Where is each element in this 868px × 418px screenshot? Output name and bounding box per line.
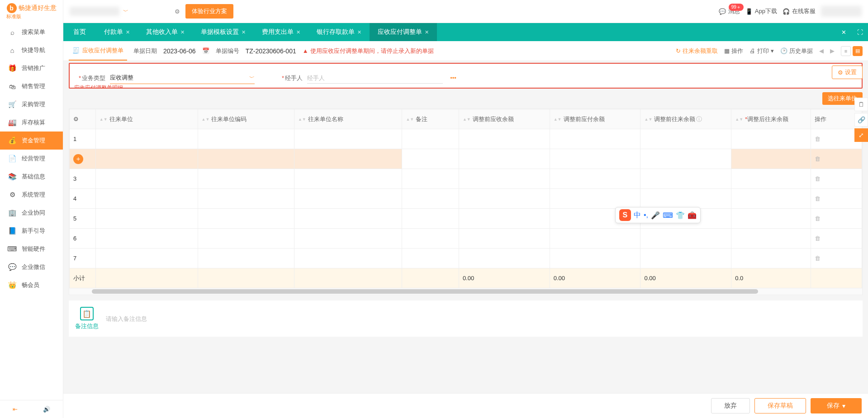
remark-input[interactable] (106, 315, 856, 322)
logo-icon: b (7, 3, 17, 13)
table-row[interactable]: 4🗑 (70, 189, 862, 209)
delete-icon[interactable]: 🗑 (815, 195, 821, 202)
company-selector[interactable]: ﹀ (70, 7, 169, 16)
ime-toolbox-icon[interactable]: 🧰 (688, 211, 697, 220)
tab-expense[interactable]: 费用支出单✕ (254, 23, 308, 41)
th-remark[interactable]: ▲▼备注 (402, 109, 459, 129)
sound-icon[interactable]: 🔊 (43, 406, 50, 413)
phone-icon: 📱 (745, 8, 753, 15)
delete-icon[interactable]: 🗑 (815, 136, 821, 142)
handler-input[interactable] (307, 73, 443, 84)
ime-punct-icon[interactable]: •, (644, 211, 648, 219)
table-row-active[interactable]: ＋🗑 (70, 149, 862, 169)
close-icon[interactable]: ✕ (126, 29, 130, 35)
ime-skin-icon[interactable]: 👕 (676, 211, 685, 220)
operate-button[interactable]: ▦操作 (724, 47, 743, 55)
trial-button[interactable]: 体验行业方案 (185, 4, 233, 19)
ime-mic-icon[interactable]: 🎤 (651, 211, 660, 220)
close-icon[interactable]: ✕ (357, 29, 361, 35)
dock-note-button[interactable]: 🗒 (854, 98, 868, 111)
th-unit[interactable]: ▲▼往来单位 (95, 109, 198, 129)
th-gear[interactable]: ⚙ (70, 109, 96, 129)
view-detail-button[interactable]: ▤ (853, 46, 863, 56)
prev-icon[interactable]: ◀ (819, 47, 824, 54)
table-row[interactable]: 5🗑 (70, 209, 862, 229)
nav-enterprise[interactable]: 🏢企业协同 (0, 204, 63, 222)
warning-text: 使用应收应付调整单期间，请停止录入新的单据 (310, 47, 434, 55)
calendar-icon[interactable]: 📅 (202, 47, 209, 54)
tab-bank[interactable]: 银行存取款单✕ (308, 23, 370, 41)
reget-button[interactable]: ↻往来余额重取 (676, 47, 718, 55)
table-row[interactable]: 3🗑 (70, 169, 862, 189)
nav-guide[interactable]: 📘新手引导 (0, 222, 63, 240)
biz-type-dropdown[interactable]: 应收调整 ﹀ (110, 72, 255, 84)
messages-button[interactable]: 💬 消息 99＋ (719, 7, 740, 15)
table-row[interactable]: 6🗑 (70, 229, 862, 249)
nav-wechat[interactable]: 💬企业微信 (0, 258, 63, 276)
view-list-button[interactable]: ≡ (841, 46, 851, 56)
save-button[interactable]: 保存▾ (811, 398, 862, 413)
delete-icon[interactable]: 🗑 (815, 215, 821, 222)
toolbar: 🧾 应收应付调整单 单据日期 2023-06-06 📅 单据编号 TZ-2023… (63, 41, 868, 61)
table-row[interactable]: 7🗑 (70, 249, 862, 268)
tab-template[interactable]: 单据模板设置✕ (193, 23, 254, 41)
dock-link-button[interactable]: 🔗 (854, 113, 868, 127)
close-icon[interactable]: ✕ (425, 29, 429, 35)
nav-finance[interactable]: 💰资金管理 (0, 132, 63, 150)
ime-toolbar[interactable]: S 中 •, 🎤 ⌨ 👕 🧰 (615, 207, 701, 223)
ime-keyboard-icon[interactable]: ⌨ (663, 211, 673, 220)
nav-hardware[interactable]: ⌨智能硬件 (0, 240, 63, 258)
table-row[interactable]: 1🗑 (70, 129, 862, 149)
user-avatar-blurred[interactable] (821, 6, 862, 17)
ime-lang[interactable]: 中 (634, 211, 641, 220)
nav-operations[interactable]: 📄经营管理 (0, 150, 63, 168)
th-adj-after[interactable]: ▲▼*调整后往来余额 (731, 109, 811, 129)
th-adj-recv[interactable]: ▲▼调整前应收余额 (459, 109, 550, 129)
th-adj-pay[interactable]: ▲▼调整前应付余额 (550, 109, 640, 129)
delete-icon[interactable]: 🗑 (815, 175, 821, 182)
tab-payment[interactable]: 付款单✕ (96, 23, 138, 41)
nav-search[interactable]: ⌕搜索菜单 (0, 23, 63, 41)
print-button[interactable]: 🖨打印▾ (749, 47, 774, 55)
online-service-button[interactable]: 🎧 在线客服 (783, 7, 816, 15)
tab-close-all-button[interactable]: ✕ (835, 29, 852, 36)
close-icon[interactable]: ✕ (180, 29, 185, 35)
nav-inventory[interactable]: 🏭库存核算 (0, 113, 63, 132)
nav-quick[interactable]: ⌂快捷导航 (0, 41, 63, 59)
nav-sales[interactable]: 🛍销售管理 (0, 77, 63, 95)
nav-system[interactable]: ⚙系统管理 (0, 186, 63, 204)
history-button[interactable]: 🕑历史单据 (780, 47, 813, 55)
delete-icon[interactable]: 🗑 (815, 155, 821, 162)
dock-expand-button[interactable]: ⤢ (854, 128, 868, 142)
delete-icon[interactable]: 🗑 (815, 235, 821, 242)
nav-purchase[interactable]: 🛒采购管理 (0, 95, 63, 113)
home-icon: ⌂ (8, 46, 16, 54)
discard-button[interactable]: 放弃 (711, 398, 750, 413)
doc-title-tab[interactable]: 🧾 应收应付调整单 (69, 41, 127, 61)
settings-button[interactable]: ⚙设置 (832, 66, 863, 79)
tab-fullscreen-button[interactable]: ⛶ (852, 29, 868, 36)
logo-area: b 畅捷通好生意 标准版 (0, 0, 63, 23)
save-draft-button[interactable]: 保存草稿 (754, 398, 806, 413)
scrollbar-thumb[interactable] (92, 289, 758, 294)
close-icon[interactable]: ✕ (242, 29, 246, 35)
settings-icon[interactable]: ⚙ (175, 8, 180, 15)
nav-marketing[interactable]: 🎁营销推广 (0, 59, 63, 77)
th-unit-name[interactable]: ▲▼往来单位名称 (294, 109, 402, 129)
tab-home[interactable]: 首页 (63, 23, 96, 41)
tab-adjustment[interactable]: 应收应付调整单✕ (370, 23, 437, 41)
collapse-icon[interactable]: ⇤ (13, 406, 18, 413)
message-badge: 99＋ (729, 4, 744, 11)
nav-basic[interactable]: 📚基础信息 (0, 168, 63, 186)
tab-other-income[interactable]: 其他收入单✕ (138, 23, 193, 41)
more-icon[interactable]: ••• (450, 75, 456, 81)
delete-icon[interactable]: 🗑 (815, 255, 821, 262)
nav-member[interactable]: 👑畅会员 (0, 276, 63, 294)
app-download-button[interactable]: 📱 App下载 (745, 7, 777, 15)
th-unit-code[interactable]: ▲▼往来单位编码 (198, 109, 294, 129)
add-row-button[interactable]: ＋ (73, 154, 83, 164)
horizontal-scrollbar[interactable] (69, 288, 862, 295)
th-adj-bal[interactable]: ▲▼调整前往来余额ⓘ (640, 109, 731, 129)
next-icon[interactable]: ▶ (830, 47, 835, 54)
close-icon[interactable]: ✕ (296, 29, 300, 35)
